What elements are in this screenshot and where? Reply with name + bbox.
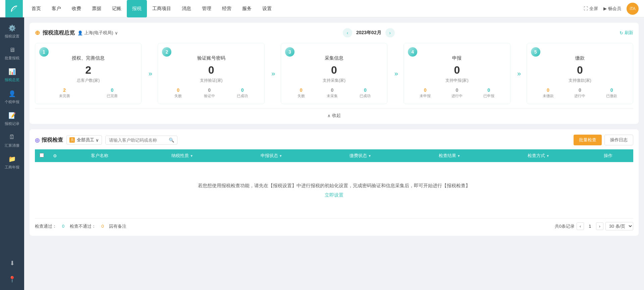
member-button[interactable]: ▶ 畅会员 [603,6,621,12]
refresh-button[interactable]: ↻ 刷新 [620,30,633,36]
header-pay-status: 缴费状态 ▼ [316,149,405,162]
pass-count[interactable]: 0 [62,224,64,229]
nav-settings[interactable]: 设置 [257,0,277,17]
filter-icon-3[interactable]: ▼ [368,154,371,158]
header-action: 操作 [583,149,633,162]
nav-invoice[interactable]: 票据 [87,0,107,17]
nav-fee[interactable]: 收费 [66,0,87,17]
nav-operation[interactable]: 经营 [217,0,237,17]
card-stat-1-0: 2 未完善 [59,87,70,98]
select-all-checkbox[interactable] [40,153,44,157]
current-page: 1 [586,223,594,230]
flow-card-3: 3 采集信息 0 支持采集(家) 0 失败 0 未采集 [281,43,387,104]
settlement-icon: 🗓 [7,133,17,142]
card-stats-2: 0 失败 0 验证中 0 已成功 [163,87,259,98]
prev-month-button[interactable]: ‹ [343,28,352,38]
search-input[interactable] [106,136,166,144]
next-month-button[interactable]: › [385,28,395,38]
flow-overview-title: 报税流程总览 [43,29,75,37]
card-sub-2: 支持验证(家) [163,78,259,83]
flow-arrow-4: » [511,43,527,104]
sidebar-item-tax-settings[interactable]: ⚙️ 报税设置 [0,20,24,42]
card-bignum-5: 0 [532,64,628,76]
card-sub-3: 支持采集(家) [286,78,382,83]
card-stat-3-2: 0 已成功 [360,87,371,98]
card-title-2: 验证账号密码 [163,55,259,61]
prev-page-button[interactable]: ‹ [577,222,584,230]
sidebar-bottom: ⬇ 📍 [6,255,18,290]
action-buttons: 批量检查 操作日志 [574,135,633,145]
nav-service[interactable]: 服务 [237,0,257,17]
card-sub-4: 支持申报(家) [409,78,504,83]
next-page-button[interactable]: › [596,222,603,230]
batch-check-button[interactable]: 批量检查 [574,135,602,145]
card-title-5: 缴款 [532,55,628,61]
card-bignum-3: 0 [286,64,382,76]
check-table: ⚙ 客户名称 纳税性质 ▼ [35,149,633,219]
header-client-name: 客户名称 [62,149,138,162]
search-button[interactable]: 🔍 [166,136,177,144]
filter-icon-4[interactable]: ▼ [457,154,461,158]
filter-icon-1[interactable]: ▼ [190,154,193,158]
tax-overview-icon: 📊 [7,67,17,76]
flow-overview-panel: ⊕ 报税流程总览 👤 上海(电子税局) ∨ ‹ 2023年02月 › ↻ 刷新 [30,23,639,124]
card-stat-4-2: 0 已申报 [483,87,494,98]
check-table-wrap: ⚙ 客户名称 纳税性质 ▼ [35,149,633,219]
pass-label: 检查通过： [35,223,57,229]
sidebar: ⚙️ 报税设置 🖥 批量报税 📊 报税总览 👤 个税申报 📝 报税记录 🗓 汇算… [0,17,24,290]
operation-log-button[interactable]: 操作日志 [604,135,633,145]
empty-row: 若您想使用报税检查功能，请先在【报税设置】中进行报税的初始化设置，完成密码验证和… [35,162,633,219]
fail-count[interactable]: 0 [101,224,104,229]
sidebar-item-tax-overview[interactable]: 📊 报税总览 [0,64,24,85]
tax-check-panel: ◎ 报税检查 员 全部员工 ∨ 🔍 批量检查 操作日志 [30,129,639,236]
card-badge-1: 1 [39,47,49,57]
filter-icon-5[interactable]: ▼ [546,154,549,158]
flow-card-1: 1 授权、完善信息 2 总客户数(家) 2 未完善 0 已完善 [35,43,142,104]
sidebar-item-annual-report[interactable]: 📁 工商年报 [0,151,24,173]
flow-arrow-2: » [265,43,281,104]
filter-icon-2[interactable]: ▼ [279,154,282,158]
main-layout: ⚙️ 报税设置 🖥 批量报税 📊 报税总览 👤 个税申报 📝 报税记录 🗓 汇算… [0,17,644,290]
nav-accounting[interactable]: 记账 [107,0,127,17]
sidebar-item-tax-records[interactable]: 📝 报税记录 [0,107,24,129]
gear-icon[interactable]: ⚙ [53,153,57,158]
header-report-status: 申报状态 ▼ [227,149,316,162]
employee-filter[interactable]: 员 全部员工 ∨ [66,135,102,145]
collapse-button[interactable]: ∧ 收起 [35,108,633,119]
card-stat-4-0: 0 未申报 [420,87,431,98]
sidebar-item-settlement[interactable]: 🗓 汇算清缴 [0,129,24,151]
fullscreen-button[interactable]: ⛶ 全屏 [584,6,598,12]
table-header-row: ⚙ 客户名称 纳税性质 ▼ [35,149,633,162]
nav-client[interactable]: 客户 [46,0,66,17]
empty-message-cell: 若您想使用报税检查功能，请先在【报税设置】中进行报税的初始化设置，完成密码验证和… [35,162,633,219]
flow-arrow-1: » [142,43,158,104]
filter-chevron-icon: ∨ [96,138,99,143]
download-icon: ⬇ [7,259,17,268]
sidebar-item-download[interactable]: ⬇ [6,255,18,271]
member-icon: ▶ [603,6,607,11]
nav-message[interactable]: 消息 [176,0,197,17]
location-selector[interactable]: 👤 上海(电子税局) ∨ [77,30,118,36]
nav-business[interactable]: 工商项目 [147,0,176,17]
sidebar-item-location[interactable]: 📍 [6,271,18,287]
nav-tax[interactable]: 报税 [127,0,147,17]
card-stats-1: 2 未完善 0 已完善 [41,87,136,98]
sidebar-item-batch-tax[interactable]: 🖥 批量报税 [0,42,24,64]
tax-settings-icon: ⚙️ [7,23,17,33]
top-navigation: 首页 客户 收费 票据 记账 报税 工商项目 消息 管理 经营 服务 设置 ⛶ … [0,0,644,17]
header-check-result: 检查结果 ▼ [405,149,494,162]
current-month: 2023年02月 [356,30,381,36]
card-badge-3: 3 [285,47,294,57]
location-person-icon: 👤 [77,30,83,35]
batch-tax-icon: 🖥 [7,45,17,55]
per-page-selector[interactable]: 30 条/页 [605,222,633,230]
total-records: 共0条记录 [555,223,575,229]
nav-home[interactable]: 首页 [26,0,46,17]
avatar[interactable]: iTA [627,3,639,15]
fullscreen-icon: ⛶ [584,6,588,11]
sidebar-item-individual-tax[interactable]: 👤 个税申报 [0,86,24,107]
card-title-4: 申报 [409,55,504,61]
nav-admin[interactable]: 管理 [197,0,217,17]
refresh-icon: ↻ [620,30,623,35]
immediate-setting-link[interactable]: 立即设置 [325,192,343,198]
